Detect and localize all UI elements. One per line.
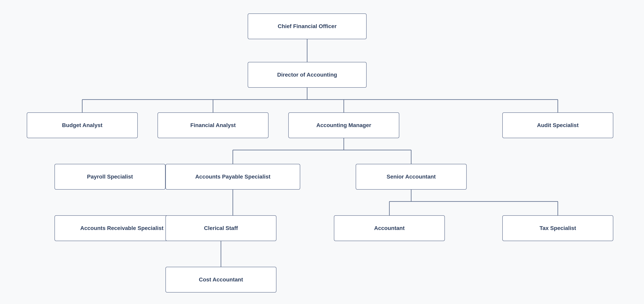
node-fa: Financial Analyst [158, 112, 268, 138]
node-doa: Director of Accounting [248, 62, 366, 88]
node-ts: Tax Specialist [502, 215, 613, 241]
node-acc: Accountant [334, 215, 445, 241]
node-ba: Budget Analyst [27, 112, 138, 138]
org-chart: Chief Financial OfficerDirector of Accou… [15, 5, 629, 299]
node-cs: Clerical Staff [166, 215, 276, 241]
node-ps: Payroll Specialist [54, 164, 166, 190]
node-cfo: Chief Financial Officer [248, 13, 366, 39]
connector-lines [15, 5, 629, 299]
node-sa: Senior Accountant [356, 164, 467, 190]
node-as: Audit Specialist [502, 112, 613, 138]
node-ca: Cost Accountant [166, 267, 276, 293]
node-aps: Accounts Payable Specialist [166, 164, 300, 190]
node-am: Accounting Manager [288, 112, 399, 138]
